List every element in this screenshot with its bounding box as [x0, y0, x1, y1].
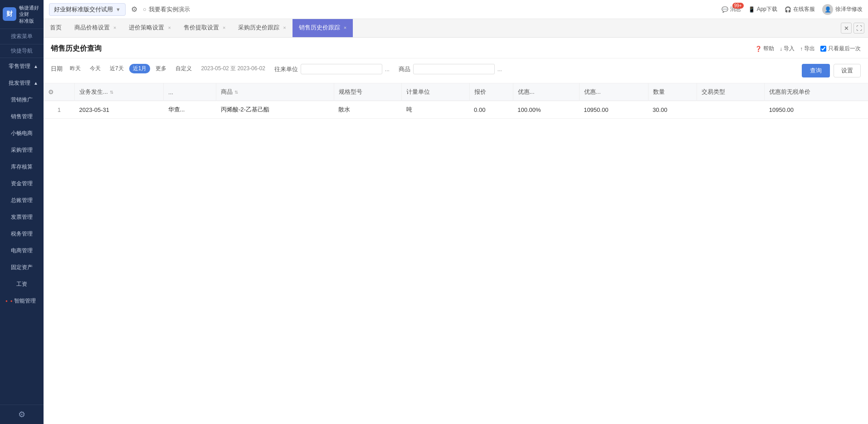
th-unit[interactable]: 计量单位	[402, 83, 469, 101]
tabbar-controls: ✕ ⛶	[837, 23, 868, 34]
sidebar-item-tax[interactable]: 税务管理	[0, 226, 44, 242]
th-more[interactable]: ...	[164, 83, 216, 101]
tab-home[interactable]: 首页	[44, 19, 68, 37]
row-num: 1	[44, 101, 75, 119]
tab-sales-history[interactable]: 销售历史价跟踪 ×	[293, 19, 353, 37]
export-icon: ↑	[800, 46, 803, 52]
row-pretax-price: 10950.00	[765, 101, 868, 119]
filter-action-group: 查询 设置	[802, 64, 861, 77]
tabbar: 首页 商品价格设置 × 进价策略设置 × 售价提取设置 × 采购历史价跟踪 × …	[44, 19, 868, 38]
sidebar-settings-icon[interactable]: ⚙	[0, 405, 44, 424]
topbar-app-download[interactable]: 📱 App下载	[748, 5, 777, 13]
gear-icon[interactable]: ⚙	[48, 88, 54, 96]
date-options: 昨天 今天 近7天 近1月 更多 自定义	[66, 64, 195, 73]
topbar-message-btn[interactable]: 💬 消息 99+	[722, 5, 741, 13]
product-label: 商品	[399, 65, 410, 73]
th-tx-type[interactable]: 交易类型	[697, 83, 765, 101]
sidebar: 财 畅捷通好业财 标准版 搜索菜单 快捷导航 零售管理 ▲ 批发管理 ▲ 营销推…	[0, 0, 44, 424]
supplier-input[interactable]	[301, 64, 382, 74]
sidebar-item-ecommerce-small[interactable]: 小畅电商	[0, 125, 44, 142]
date-btn-last7[interactable]: 近7天	[106, 64, 127, 73]
th-price[interactable]: 报价	[469, 83, 513, 101]
sidebar-item-ledger[interactable]: 总账管理	[0, 192, 44, 209]
sort-icon-product: ⇅	[234, 90, 238, 95]
sidebar-item-ecommerce[interactable]: 电商管理	[0, 242, 44, 259]
product-more-btn[interactable]: ...	[497, 66, 502, 72]
tab-purchase-history-close[interactable]: ×	[283, 25, 286, 30]
row-unit: 吨	[402, 101, 469, 119]
tab-close-all-btn[interactable]: ✕	[841, 23, 852, 34]
topbar-service-btn[interactable]: 🎧 在线客服	[785, 5, 815, 13]
page-title: 销售历史价查询	[51, 44, 102, 53]
th-biz-date[interactable]: 业务发生... ⇅	[75, 83, 164, 101]
sidebar-search[interactable]: 搜索菜单	[0, 29, 44, 44]
sidebar-item-sales[interactable]: 销售管理	[0, 108, 44, 125]
app-logo-icon: 财	[3, 7, 16, 21]
date-btn-last1m[interactable]: 近1月	[129, 64, 151, 73]
sidebar-item-marketing[interactable]: 营销推广	[0, 92, 44, 108]
message-badge: 99+	[732, 3, 744, 9]
user-avatar: 👤	[822, 4, 833, 15]
tab-price-extract-close[interactable]: ×	[223, 25, 225, 30]
only-last-checkbox-label[interactable]: 只看最后一次	[820, 45, 861, 53]
th-discount2[interactable]: 优惠...	[579, 83, 648, 101]
product-filter-group: 商品 ...	[399, 64, 502, 74]
service-icon: 🎧	[785, 6, 791, 13]
date-btn-custom[interactable]: 自定义	[172, 64, 195, 73]
supplier-filter-group: 往来单位 ...	[274, 64, 390, 74]
row-more: 华查...	[164, 101, 216, 119]
help-link[interactable]: ❓ 帮助	[755, 45, 774, 53]
tab-maximize-btn[interactable]: ⛶	[853, 23, 864, 34]
sidebar-item-purchase[interactable]: 采购管理	[0, 142, 44, 159]
demo-icon: ○	[143, 6, 146, 13]
supplier-label: 往来单位	[274, 65, 298, 73]
export-link[interactable]: ↑ 导出	[800, 45, 815, 53]
tab-purchase-strategy-close[interactable]: ×	[168, 25, 171, 30]
th-discount1[interactable]: 优惠...	[513, 83, 579, 101]
row-discount2: 10950.00	[579, 101, 648, 119]
settings-button[interactable]: 设置	[834, 64, 861, 77]
message-icon: 💬	[722, 6, 728, 13]
sidebar-item-smart[interactable]: ● 智能管理	[0, 293, 44, 309]
tab-purchase-history[interactable]: 采购历史价跟踪 ×	[232, 19, 292, 37]
topbar-demo-link[interactable]: ○ 我要看实例演示	[143, 5, 190, 14]
sidebar-item-wholesale[interactable]: 批发管理 ▲	[0, 75, 44, 92]
sidebar-item-inventory[interactable]: 库存核算	[0, 159, 44, 175]
topbar-gear-icon[interactable]: ⚙	[131, 5, 137, 14]
tab-sales-history-close[interactable]: ×	[344, 25, 346, 30]
sidebar-item-assets[interactable]: 固定资产	[0, 259, 44, 276]
supplier-more-btn[interactable]: ...	[385, 66, 390, 72]
th-quantity[interactable]: 数量	[648, 83, 697, 101]
sidebar-item-finance[interactable]: 资金管理	[0, 175, 44, 192]
topbar: 好业财标准版交付试用 ▼ ⚙ ○ 我要看实例演示 💬 消息 99+ 📱 App下…	[44, 0, 868, 19]
tab-price[interactable]: 商品价格设置 ×	[68, 19, 122, 37]
date-btn-today[interactable]: 今天	[86, 64, 104, 73]
product-selector[interactable]: 好业财标准版交付试用 ▼	[49, 3, 126, 16]
topbar-user-btn[interactable]: 👤 徐泽华修改	[822, 4, 863, 15]
th-product[interactable]: 商品 ⇅	[216, 83, 334, 101]
row-spec: 散水	[334, 101, 401, 119]
th-pretax-price[interactable]: 优惠前无税单价	[765, 83, 868, 101]
content-area: 销售历史价查询 ❓ 帮助 ↓ 导入 ↑ 导出 只看最后一次	[44, 38, 868, 424]
sidebar-logo: 财 畅捷通好业财 标准版	[0, 0, 44, 29]
search-button[interactable]: 查询	[802, 64, 830, 77]
sidebar-item-retail[interactable]: 零售管理 ▲	[0, 58, 44, 75]
import-link[interactable]: ↓ 导入	[780, 45, 795, 53]
only-last-checkbox[interactable]	[820, 46, 826, 52]
product-name: 好业财标准版交付试用	[54, 5, 113, 14]
sidebar-item-invoice[interactable]: 发票管理	[0, 209, 44, 226]
product-input[interactable]	[413, 64, 495, 74]
tab-price-extract[interactable]: 售价提取设置 ×	[177, 19, 232, 37]
date-filter-label: 日期	[51, 65, 63, 73]
table-container: ⚙ 业务发生... ⇅ ...	[44, 83, 868, 119]
tab-price-close[interactable]: ×	[113, 25, 116, 30]
date-btn-yesterday[interactable]: 昨天	[66, 64, 84, 73]
date-filter-group: 日期 昨天 今天 近7天 近1月 更多 自定义 2023-05-02 至 202…	[51, 64, 265, 73]
date-btn-more[interactable]: 更多	[152, 64, 170, 73]
row-biz-date: 2023-05-31	[75, 101, 164, 119]
th-spec[interactable]: 规格型号	[334, 83, 401, 101]
sidebar-item-payroll[interactable]: 工资	[0, 276, 44, 293]
sidebar-quick-nav[interactable]: 快捷导航	[0, 44, 44, 58]
th-gear[interactable]: ⚙	[44, 83, 75, 101]
tab-purchase-strategy[interactable]: 进价策略设置 ×	[122, 19, 177, 37]
